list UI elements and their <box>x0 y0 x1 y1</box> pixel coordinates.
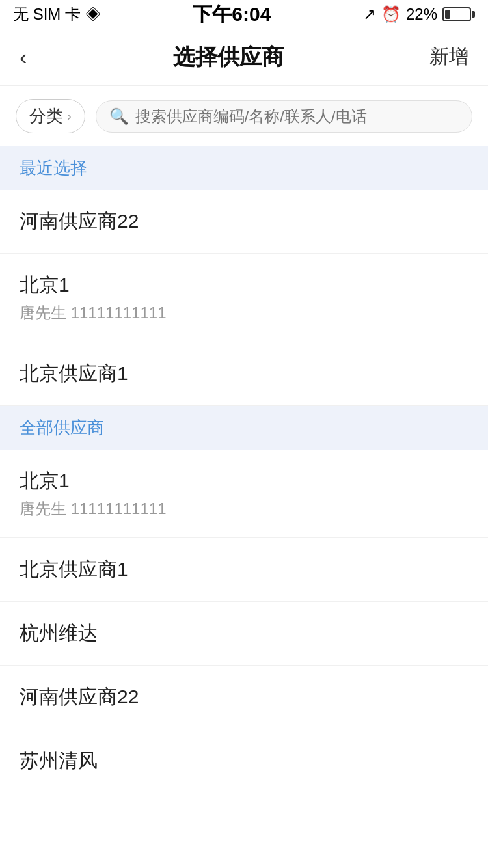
page-title: 选择供应商 <box>173 42 284 72</box>
back-button[interactable]: ‹ <box>20 44 27 70</box>
filter-bar: 分类 › 🔍 <box>0 86 488 146</box>
list-item[interactable]: 河南供应商22 <box>0 666 488 729</box>
search-input[interactable] <box>135 107 459 126</box>
chevron-right-icon: › <box>67 109 72 124</box>
location-icon: ↗ <box>363 5 376 23</box>
list-item[interactable]: 北京供应商1 <box>0 342 488 406</box>
item-name: 苏州清风 <box>20 748 468 774</box>
recent-section-header: 最近选择 <box>0 146 488 190</box>
item-name: 北京供应商1 <box>20 556 468 583</box>
search-box[interactable]: 🔍 <box>96 100 472 133</box>
list-item[interactable]: 北京1唐先生 11111111111 <box>0 254 488 342</box>
item-contact: 唐先生 11111111111 <box>20 498 468 519</box>
item-name: 北京1 <box>20 468 468 495</box>
all-section-label: 全部供应商 <box>20 418 104 437</box>
item-contact: 唐先生 11111111111 <box>20 303 468 323</box>
list-item[interactable]: 北京供应商1 <box>0 538 488 602</box>
list-item[interactable]: 北京1唐先生 11111111111 <box>0 450 488 538</box>
battery-indicator <box>442 7 475 21</box>
item-name: 杭州维达 <box>20 620 468 647</box>
item-name: 北京1 <box>20 272 468 299</box>
category-filter-button[interactable]: 分类 › <box>16 99 85 133</box>
category-label: 分类 <box>29 105 63 128</box>
battery-percent: 22% <box>406 5 437 23</box>
status-right: ↗ ⏰ 22% <box>363 5 475 23</box>
item-name: 河南供应商22 <box>20 684 468 711</box>
all-items-list: 北京1唐先生 11111111111北京供应商1杭州维达河南供应商22苏州清风 <box>0 450 488 793</box>
list-item[interactable]: 河南供应商22 <box>0 190 488 254</box>
list-item[interactable]: 杭州维达 <box>0 602 488 666</box>
item-name: 河南供应商22 <box>20 208 468 235</box>
search-icon: 🔍 <box>109 107 129 126</box>
list-item[interactable]: 苏州清风 <box>0 729 488 793</box>
sim-status: 无 SIM 卡 ◈ <box>13 4 101 25</box>
recent-section-label: 最近选择 <box>20 158 87 178</box>
alarm-icon: ⏰ <box>381 5 401 23</box>
navigation-bar: ‹ 选择供应商 新增 <box>0 29 488 86</box>
status-bar: 无 SIM 卡 ◈ 下午6:04 ↗ ⏰ 22% <box>0 0 488 29</box>
all-section-header: 全部供应商 <box>0 406 488 450</box>
status-time: 下午6:04 <box>193 1 271 28</box>
recent-items-list: 河南供应商22北京1唐先生 11111111111北京供应商1 <box>0 190 488 406</box>
item-name: 北京供应商1 <box>20 360 468 387</box>
add-button[interactable]: 新增 <box>429 44 468 70</box>
status-left: 无 SIM 卡 ◈ <box>13 4 101 25</box>
